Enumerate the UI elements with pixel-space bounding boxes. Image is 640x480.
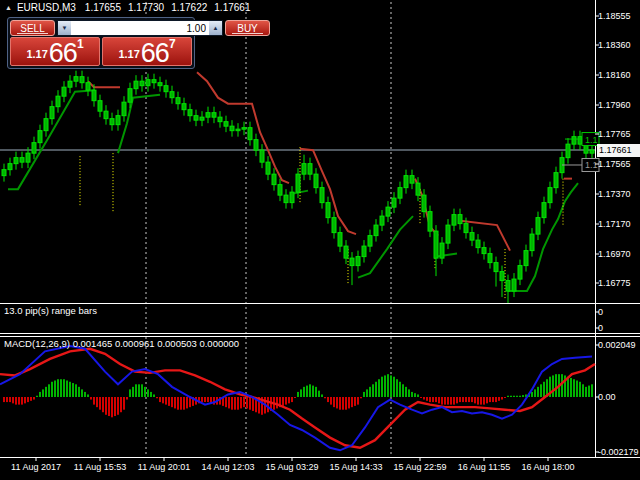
volume-increase-button[interactable]: ▲ <box>209 21 222 35</box>
svg-text:1.1: 1.1 <box>585 160 598 170</box>
buy-price-tile[interactable]: 1.17 66 7 <box>102 37 192 66</box>
price-axis-label: 1.18555 <box>598 11 631 21</box>
volume-input[interactable] <box>71 21 209 35</box>
quote-open: 1.17655 <box>85 2 121 13</box>
range-axis-label: 0 <box>598 307 603 317</box>
time-axis-label: 16 Aug 11:55 <box>458 462 510 472</box>
chart-canvas[interactable]: 1.11.1 <box>0 0 640 480</box>
current-price-label: 1.17661 <box>597 144 640 157</box>
buy-button[interactable]: BUY <box>225 20 270 36</box>
symbol-period: EURUSD,M3 <box>17 2 76 13</box>
time-axis-label: 11 Aug 2017 <box>11 462 61 472</box>
price-axis-label: 1.16970 <box>598 249 631 259</box>
price-axis-label: 1.18360 <box>598 40 631 50</box>
time-axis-label: 15 Aug 03:29 <box>265 462 318 472</box>
price-axis-label: 1.17565 <box>598 159 631 169</box>
quote-close: 1.17661 <box>214 2 250 13</box>
sell-price-pipette: 1 <box>77 37 84 51</box>
macd-axis-label: 0.002049 <box>598 340 636 350</box>
buy-price-big: 66 <box>141 42 169 64</box>
sell-button[interactable]: SELL <box>10 20 55 36</box>
time-axis-label: 11 Aug 20:01 <box>138 462 190 472</box>
range-axis-label: 0 <box>598 323 603 333</box>
price-axis-label: 1.17170 <box>598 219 631 229</box>
price-axis-label: 1.18160 <box>598 70 631 80</box>
time-axis-label: 14 Aug 12:03 <box>201 462 254 472</box>
quote-low: 1.17622 <box>171 2 207 13</box>
price-axis-label: 1.16775 <box>598 278 631 288</box>
volume-decrease-button[interactable]: ▼ <box>58 21 71 35</box>
svg-text:1.1: 1.1 <box>585 135 598 145</box>
buy-price-pipette: 7 <box>169 37 176 51</box>
price-axis-label: 1.17370 <box>598 189 631 199</box>
time-axis-label: 15 Aug 14:33 <box>329 462 382 472</box>
macd-axis-label: -0.002179 <box>598 447 639 457</box>
macd-indicator-label: MACD(12,26,9) 0.001465 0.000961 0.000503… <box>4 338 239 349</box>
one-click-trading-icon[interactable]: ▲ <box>5 4 12 11</box>
sell-price-big: 66 <box>49 42 77 64</box>
symbol-info-row: ▲ EURUSD,M3 1.17655 1.17730 1.17622 1.17… <box>5 2 257 13</box>
mt4-terminal: 1.11.1 ▲ EURUSD,M3 1.17655 1.17730 1.176… <box>0 0 640 480</box>
macd-axis-label: 0.00 <box>598 392 616 402</box>
one-click-trade-panel: SELL ▼ ▲ BUY 1.17 66 1 1.17 66 7 <box>7 17 195 69</box>
quote-high: 1.17730 <box>128 2 164 13</box>
volume-stepper: ▼ ▲ <box>57 20 223 36</box>
time-axis-label: 15 Aug 22:59 <box>393 462 446 472</box>
time-axis-label: 16 Aug 18:00 <box>521 462 574 472</box>
range-bars-indicator-label: 13.0 pip(s) range bars <box>4 305 97 316</box>
buy-price-prefix: 1.17 <box>118 48 139 60</box>
sell-price-prefix: 1.17 <box>26 48 47 60</box>
price-axis-label: 1.17960 <box>598 100 631 110</box>
time-axis-label: 11 Aug 15:53 <box>74 462 126 472</box>
sell-price-tile[interactable]: 1.17 66 1 <box>10 37 100 66</box>
price-axis-label: 1.17765 <box>598 129 631 139</box>
